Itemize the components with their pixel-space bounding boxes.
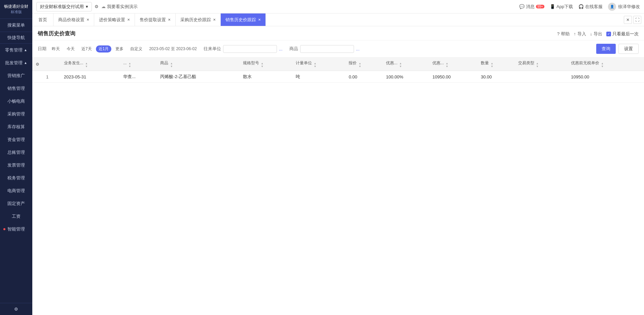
- sort-icon-product: ▲▼: [170, 62, 173, 68]
- sort-icon-unit: ▲▼: [314, 62, 316, 68]
- tab-sales-history[interactable]: 销售历史价跟踪 ✕: [221, 13, 266, 26]
- query-button[interactable]: 查询: [596, 44, 616, 54]
- tab-sales-history-close[interactable]: ✕: [258, 18, 261, 22]
- message-label: 消息: [526, 4, 535, 10]
- settings-button[interactable]: 设置: [618, 44, 639, 54]
- avatar: 👤: [608, 3, 616, 11]
- tab-sale-price-close[interactable]: ✕: [168, 18, 171, 22]
- sidebar-item-invoice[interactable]: 发票管理: [0, 159, 32, 172]
- th-product[interactable]: 商品 ▲▼: [157, 58, 240, 71]
- th-trade-type[interactable]: 交易类型 ▲▼: [515, 58, 568, 71]
- check-icon: ✓: [607, 32, 610, 36]
- tab-expand-btn[interactable]: ⛶: [633, 16, 641, 24]
- th-more[interactable]: ... ▲▼: [120, 58, 157, 71]
- date-pill-last1m[interactable]: 近1月: [96, 45, 112, 53]
- retail-arrow-icon: ▲: [24, 48, 27, 52]
- settings-config-btn[interactable]: ⚙: [95, 4, 99, 9]
- export-link[interactable]: ↓ 导出: [590, 31, 603, 37]
- gear-icon[interactable]: ⚙: [36, 62, 39, 67]
- product-selector[interactable]: 好业财标准版交付试用 ▾: [36, 2, 92, 11]
- sidebar-item-marketing-label: 营销推广: [7, 73, 25, 79]
- row-more-cell: 华查...: [120, 71, 157, 83]
- th-price[interactable]: 报价 ▲▼: [345, 58, 383, 71]
- date-pill-yesterday[interactable]: 昨天: [49, 45, 63, 53]
- sidebar-settings[interactable]: ⚙: [0, 303, 32, 315]
- filter-product: 商品 ...: [289, 45, 360, 53]
- app-download-btn[interactable]: 📱 App下载: [550, 4, 573, 10]
- tab-home[interactable]: 首页: [32, 13, 53, 26]
- date-pill-custom[interactable]: 自定义: [128, 45, 145, 53]
- filter-actions: 查询 设置: [596, 44, 639, 54]
- sidebar-item-finance[interactable]: 资金管理: [0, 133, 32, 146]
- sidebar-item-inventory[interactable]: 库存核算: [0, 120, 32, 133]
- message-badge: 99+: [536, 5, 544, 8]
- only-last-checkbox[interactable]: ✓ 只看最后一次: [606, 31, 639, 37]
- source-unit-more[interactable]: ...: [279, 46, 283, 51]
- import-link[interactable]: ↑ 导入: [574, 31, 586, 37]
- sort-icon-spec: ▲▼: [261, 62, 263, 68]
- source-unit-input[interactable]: [223, 45, 277, 53]
- tab-purchase-history[interactable]: 采购历史价跟踪 ✕: [176, 13, 221, 26]
- tab-product-price[interactable]: 商品价格设置 ✕: [53, 13, 94, 26]
- th-spec[interactable]: 规格型号 ▲▼: [240, 58, 292, 71]
- product-filter-input[interactable]: [300, 45, 354, 53]
- sidebar-item-purchase[interactable]: 采购管理: [0, 108, 32, 120]
- date-pills: 昨天 今天 近7天 近1月 更多 自定义: [49, 45, 145, 53]
- sort-icon-discount1: ▲▼: [399, 62, 402, 68]
- headset-icon: 🎧: [578, 4, 584, 9]
- product-more[interactable]: ...: [356, 46, 360, 51]
- product-filter-label: 商品: [289, 46, 298, 52]
- export-label: 导出: [594, 31, 602, 37]
- page-content: 销售历史价查询 ? 帮助 ↑ 导入 ↓ 导出 ✓ 只: [32, 26, 644, 315]
- sidebar-item-sales-label: 销售管理: [7, 85, 25, 92]
- user-info[interactable]: 👤 徐泽华修改: [608, 3, 640, 11]
- th-qty[interactable]: 数量 ▲▼: [477, 58, 515, 71]
- sidebar-search[interactable]: 搜索菜单: [0, 19, 32, 32]
- sidebar-item-fixed-assets[interactable]: 固定资产: [0, 197, 32, 210]
- sidebar-item-salary-label: 工资: [12, 213, 21, 219]
- checkbox-box: ✓: [606, 32, 611, 36]
- th-pretax-price[interactable]: 优惠前无税单价 ▲▼: [568, 58, 644, 71]
- th-discount2[interactable]: 优惠... ▲▼: [429, 58, 477, 71]
- sidebar-item-smart-mgmt[interactable]: 智能管理: [0, 223, 32, 236]
- online-service-label: 在线客服: [585, 4, 603, 10]
- sidebar-item-ec-mgmt[interactable]: 电商管理: [0, 184, 32, 197]
- row-trade-type-cell: [515, 71, 568, 83]
- sidebar-item-ecommerce[interactable]: 小畅电商: [0, 95, 32, 108]
- source-unit-label: 往来单位: [204, 46, 221, 52]
- tab-product-price-close[interactable]: ✕: [86, 18, 89, 22]
- tab-purchase-strategy[interactable]: 进价策略设置 ✕: [94, 13, 135, 26]
- tab-sale-price[interactable]: 售价提取设置 ✕: [135, 13, 176, 26]
- th-unit[interactable]: 计量单位 ▲▼: [292, 58, 345, 71]
- sidebar-item-accounting[interactable]: 总账管理: [0, 146, 32, 159]
- sidebar-item-marketing[interactable]: 营销推广: [0, 69, 32, 82]
- th-discount1[interactable]: 优惠... ▲▼: [383, 58, 429, 71]
- date-pill-last7[interactable]: 近7天: [79, 45, 95, 53]
- sidebar-item-inventory-label: 库存核算: [7, 124, 25, 130]
- tab-sales-history-label: 销售历史价跟踪: [225, 17, 256, 23]
- avatar-icon: 👤: [610, 5, 614, 8]
- sidebar-item-sales[interactable]: 销售管理: [0, 82, 32, 95]
- tab-purchase-strategy-label: 进价策略设置: [99, 17, 125, 23]
- date-pill-more[interactable]: 更多: [113, 45, 126, 53]
- help-link[interactable]: ? 帮助: [557, 31, 570, 37]
- app-download-label: App下载: [557, 4, 573, 10]
- sidebar-item-retail[interactable]: 零售管理 ▲: [0, 44, 32, 57]
- row-discount1-cell: 100.00%: [383, 71, 429, 83]
- sidebar-item-wholesale[interactable]: 批发管理 ▲: [0, 57, 32, 69]
- row-num: 1: [46, 74, 48, 79]
- demo-link[interactable]: ☁ 我要看实例演示: [101, 4, 138, 10]
- sidebar-item-tax[interactable]: 税务管理: [0, 172, 32, 184]
- message-icon: 💬: [519, 4, 525, 9]
- message-btn[interactable]: 💬 消息 99+: [519, 4, 544, 10]
- online-service-btn[interactable]: 🎧 在线客服: [578, 4, 603, 10]
- tab-close-btn[interactable]: ✕: [624, 16, 632, 24]
- tab-purchase-strategy-close[interactable]: ✕: [127, 18, 130, 22]
- tab-home-label: 首页: [38, 17, 47, 23]
- help-label: 帮助: [561, 31, 570, 37]
- sidebar-item-salary[interactable]: 工资: [0, 210, 32, 223]
- th-biz-date[interactable]: 业务发生... ▲▼: [61, 58, 120, 71]
- sidebar-quicknav[interactable]: 快捷导航: [0, 32, 32, 44]
- tab-purchase-history-close[interactable]: ✕: [213, 18, 216, 22]
- date-pill-today[interactable]: 今天: [64, 45, 77, 53]
